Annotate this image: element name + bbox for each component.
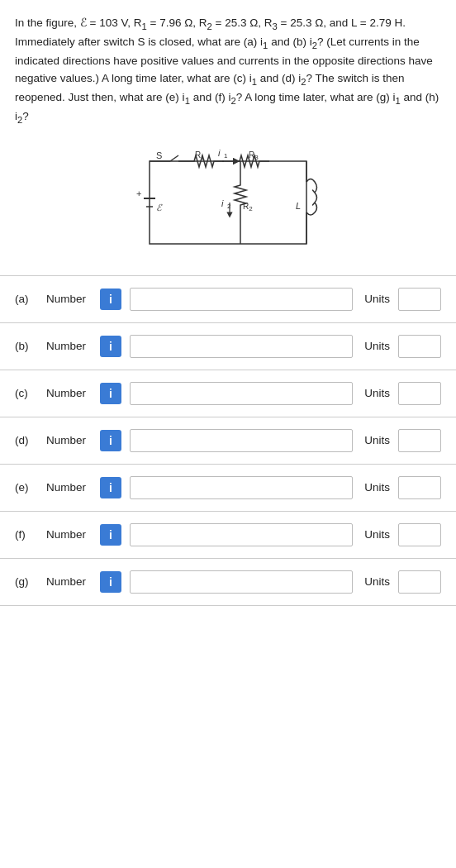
svg-text:1: 1 <box>224 152 228 160</box>
row-number-label-4: Number <box>46 481 92 494</box>
answer-rows: (a)NumberiUnits(b)NumberiUnits(c)Numberi… <box>0 275 456 606</box>
answer-row-3: (d)NumberiUnits <box>0 417 456 465</box>
row-number-label-3: Number <box>46 434 92 446</box>
answer-row-2: (c)NumberiUnits <box>0 370 456 417</box>
row-label-1: (b) <box>15 340 38 352</box>
answer-row-0: (a)NumberiUnits <box>0 276 456 323</box>
svg-text:i: i <box>221 198 224 208</box>
row-label-6: (g) <box>15 575 38 588</box>
svg-text:S: S <box>156 150 162 160</box>
row-label-4: (e) <box>15 481 38 494</box>
row-number-label-2: Number <box>46 387 92 399</box>
problem-text: In the figure, ℰ = 103 V, R1 = 7.96 Ω, R… <box>0 0 456 136</box>
units-label-5: Units <box>364 528 390 541</box>
answer-row-4: (e)NumberiUnits <box>0 465 456 512</box>
units-input-2[interactable] <box>398 382 441 405</box>
units-input-3[interactable] <box>398 429 441 452</box>
svg-text:i: i <box>218 148 221 158</box>
answer-row-5: (f)NumberiUnits <box>0 512 456 559</box>
units-input-1[interactable] <box>398 335 441 358</box>
info-button-6[interactable]: i <box>100 571 121 593</box>
info-button-2[interactable]: i <box>100 383 121 404</box>
info-button-4[interactable]: i <box>100 477 121 498</box>
svg-text:ℰ: ℰ <box>156 203 163 212</box>
number-input-4[interactable] <box>130 476 353 499</box>
units-label-1: Units <box>364 340 390 352</box>
answer-row-1: (b)NumberiUnits <box>0 323 456 370</box>
row-number-label-5: Number <box>46 528 92 541</box>
units-label-6: Units <box>364 575 390 588</box>
units-input-6[interactable] <box>398 570 441 594</box>
row-number-label-6: Number <box>46 575 92 588</box>
number-input-0[interactable] <box>130 288 353 311</box>
units-input-4[interactable] <box>398 476 441 499</box>
number-input-6[interactable] <box>130 570 353 594</box>
circuit-diagram: S i 1 R1 R3 i 2 R2 L <box>0 136 456 275</box>
units-label-4: Units <box>364 481 390 494</box>
row-label-2: (c) <box>15 387 38 399</box>
svg-text:+: + <box>136 188 141 198</box>
info-button-0[interactable]: i <box>100 289 121 310</box>
info-button-3[interactable]: i <box>100 430 121 451</box>
number-input-2[interactable] <box>130 382 353 405</box>
number-input-1[interactable] <box>130 335 353 358</box>
units-input-5[interactable] <box>398 523 441 546</box>
units-input-0[interactable] <box>398 288 441 311</box>
row-label-0: (a) <box>15 293 38 305</box>
row-number-label-0: Number <box>46 293 92 305</box>
row-number-label-1: Number <box>46 340 92 352</box>
row-label-3: (d) <box>15 434 38 446</box>
svg-line-3 <box>170 155 178 161</box>
answer-row-6: (g)NumberiUnits <box>0 559 456 606</box>
number-input-3[interactable] <box>130 429 353 452</box>
svg-text:L: L <box>296 201 301 211</box>
number-input-5[interactable] <box>130 523 353 546</box>
units-label-2: Units <box>364 387 390 399</box>
row-label-5: (f) <box>15 528 38 541</box>
info-button-5[interactable]: i <box>100 524 121 546</box>
units-label-0: Units <box>364 293 390 305</box>
units-label-3: Units <box>364 434 390 446</box>
info-button-1[interactable]: i <box>100 336 121 357</box>
